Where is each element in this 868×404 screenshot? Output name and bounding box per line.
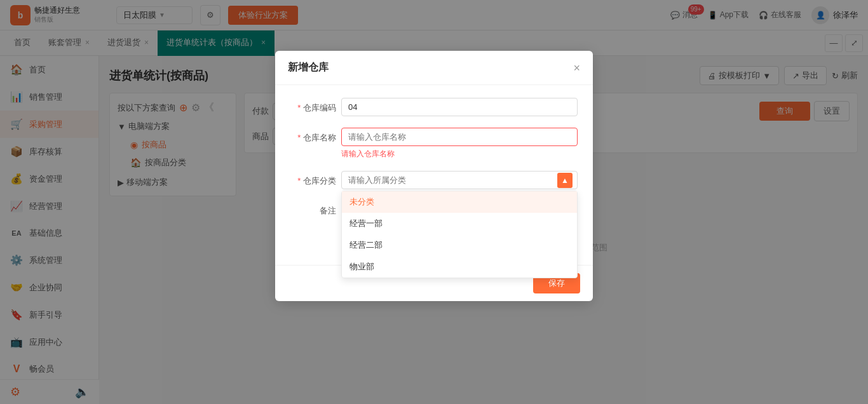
code-field-wrap [341,98,578,116]
modal-title: 新增仓库 [288,61,329,74]
category-input-wrap: ▲ [341,171,578,189]
modal-header: 新增仓库 × [275,51,593,85]
category-dropdown-toggle[interactable]: ▲ [557,173,573,188]
code-input[interactable] [341,98,578,116]
dropdown-item-dept2[interactable]: 经营二部 [342,234,577,256]
name-field-wrap: 请输入仓库名称 [341,128,578,159]
modal-new-warehouse: 新增仓库 × * 仓库编码 * 仓库名称 [275,51,593,301]
form-row-code: * 仓库编码 [290,98,578,116]
modal-close-button[interactable]: × [573,62,580,74]
form-row-name: * 仓库名称 请输入仓库名称 [290,128,578,159]
code-label: * 仓库编码 [290,98,341,114]
name-error-message: 请输入仓库名称 [341,149,578,159]
dropdown-item-property[interactable]: 物业部 [342,256,577,278]
notes-label: 备注 [290,201,341,217]
category-dropdown: 未分类 经营一部 经营二部 物业部 [341,191,578,278]
dropdown-item-dept1[interactable]: 经营一部 [342,213,577,234]
category-label: * 仓库分类 [290,171,341,187]
category-input[interactable] [341,171,578,189]
modal-body: * 仓库编码 * 仓库名称 请输入仓库名称 [275,85,593,265]
form-row-category: * 仓库分类 ▲ 未分类 经营一部 [290,171,578,189]
dropdown-item-uncategorized[interactable]: 未分类 [342,191,577,213]
name-input[interactable] [341,128,578,146]
name-label: * 仓库名称 [290,128,341,144]
modal-overlay: 新增仓库 × * 仓库编码 * 仓库名称 [0,0,868,404]
category-field-wrap: ▲ 未分类 经营一部 经营二部 物业部 [341,171,578,189]
